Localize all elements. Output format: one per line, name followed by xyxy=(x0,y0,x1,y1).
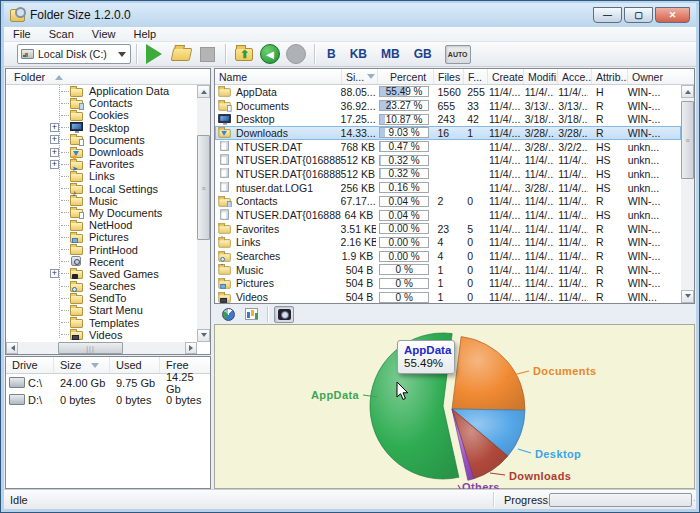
copy-chart-button[interactable] xyxy=(274,306,294,323)
menu-item[interactable]: File xyxy=(4,28,40,40)
tree-item[interactable]: Pictures xyxy=(6,231,197,243)
folder-up-button[interactable] xyxy=(231,43,257,65)
file-row[interactable]: Links 2.16 KB 0.00 % 4 0 11/4/... 11/4/.… xyxy=(215,236,681,250)
unit-button[interactable]: KB xyxy=(343,47,374,61)
tree-item[interactable]: Application Data xyxy=(6,85,197,97)
tree-item[interactable]: Desktop xyxy=(6,122,197,134)
drive-row[interactable]: C:\ 24.00 Gb 9.75 Gb 14.25 Gb xyxy=(6,374,210,391)
scroll-down-button[interactable] xyxy=(197,329,210,342)
tree-item[interactable]: Links xyxy=(6,170,197,182)
auto-unit-button[interactable]: AUTO xyxy=(445,45,471,64)
expand-toggle[interactable] xyxy=(50,160,59,169)
percent-column-header[interactable]: Percent xyxy=(378,69,434,84)
expand-toggle[interactable] xyxy=(50,135,59,144)
tree-item[interactable]: Local Settings xyxy=(6,183,197,195)
bar-chart-button[interactable] xyxy=(241,306,261,323)
scroll-down-button[interactable] xyxy=(681,290,694,303)
drive-column-header[interactable]: Drive xyxy=(6,357,54,373)
file-row[interactable]: Videos 504 B 0 % 1 0 11/4/... 11/4/... 1… xyxy=(215,290,681,303)
scroll-right-button[interactable] xyxy=(185,342,197,354)
file-row[interactable]: Pictures 504 B 0 % 1 0 11/4/... 11/4/...… xyxy=(215,277,681,291)
file-row[interactable]: Favorites 3.51 KB 0.00 % 23 5 11/4/... 1… xyxy=(215,222,681,236)
open-folder-button[interactable] xyxy=(168,43,194,65)
file-row[interactable]: NTUSER.DAT{016888bd-... 512 KB 0.32 % 11… xyxy=(215,153,681,167)
tree-item[interactable]: Downloads xyxy=(6,146,197,158)
tree-item[interactable]: SendTo xyxy=(6,292,197,304)
menu-item[interactable]: Scan xyxy=(40,28,83,40)
drive-row[interactable]: D:\ 0 bytes 0 bytes 0 bytes xyxy=(6,391,210,408)
file-row[interactable]: AppData 88.05... 55.49 % 1560 255 11/4/.… xyxy=(215,85,681,99)
menu-item[interactable]: View xyxy=(83,28,125,40)
tree-item[interactable]: NetHood xyxy=(6,219,197,231)
folder-column-header[interactable]: Folder xyxy=(6,69,210,85)
tree-item[interactable]: Favorites xyxy=(6,158,197,170)
size-column-header[interactable]: Size xyxy=(54,357,110,373)
tree-item[interactable]: Recent xyxy=(6,256,197,268)
created-column-header[interactable]: Created xyxy=(488,69,524,84)
file-row[interactable]: NTUSER.DAT{016888bd-... 64 KB 0.04 % 11/… xyxy=(215,208,681,222)
tree-item-icon xyxy=(70,110,85,121)
tree-item[interactable]: Contacts xyxy=(6,97,197,109)
forward-button[interactable] xyxy=(283,43,309,65)
tree-item[interactable]: Cookies xyxy=(6,109,197,121)
name-column-header[interactable]: Name xyxy=(215,69,342,84)
expand-toggle[interactable] xyxy=(50,123,59,132)
tree-item[interactable]: Start Menu xyxy=(6,304,197,316)
grip-icon: ||| xyxy=(86,347,94,350)
file-row[interactable]: Music 504 B 0 % 1 0 11/4/... 11/4/... 11… xyxy=(215,263,681,277)
tree-hscrollbar[interactable]: ||| xyxy=(6,342,197,354)
tree-vscrollbar[interactable]: ≡ xyxy=(197,85,210,342)
modified-column-header[interactable]: Modifi... xyxy=(524,69,558,84)
tree-item[interactable]: Videos xyxy=(6,329,197,341)
minimize-button[interactable]: — xyxy=(593,7,622,23)
file-row[interactable]: NTUSER.DAT{016888bd-... 512 KB 0.32 % 11… xyxy=(215,167,681,181)
list-vscroll-thumb[interactable]: ≡ xyxy=(681,101,694,179)
stop-button[interactable] xyxy=(194,43,220,65)
unit-button[interactable]: MB xyxy=(374,47,407,61)
tree-item[interactable]: Music xyxy=(6,195,197,207)
folders-column-header[interactable]: F... xyxy=(464,69,488,84)
tree-vscroll-thumb[interactable]: ≡ xyxy=(197,135,210,240)
tree-item[interactable]: Saved Games xyxy=(6,268,197,280)
pie-chart[interactable]: DocumentsDesktopDownloadsOthersAppData xyxy=(215,325,699,491)
drive-selector[interactable]: Local Disk (C:) xyxy=(17,44,131,64)
tree-item[interactable]: Documents xyxy=(6,134,197,146)
accessed-column-header[interactable]: Acce... xyxy=(558,69,592,84)
scroll-up-button[interactable] xyxy=(681,85,694,98)
list-vscrollbar[interactable]: ≡ xyxy=(681,85,694,303)
file-row[interactable]: Downloads 14.33... 9.03 % 16 1 11/4/... … xyxy=(215,126,681,140)
expand-toggle[interactable] xyxy=(50,148,59,157)
owner-value: WIN... xyxy=(624,291,681,303)
scroll-left-button[interactable] xyxy=(6,342,18,354)
close-button[interactable]: ✕ xyxy=(655,7,690,23)
owner-column-header[interactable]: Owner xyxy=(628,69,686,84)
maximize-button[interactable]: ▢ xyxy=(624,7,653,23)
tree-item[interactable]: Templates xyxy=(6,317,197,329)
used-column-header[interactable]: Used xyxy=(110,357,160,373)
pie-slice-documents[interactable] xyxy=(452,337,525,411)
scan-button[interactable] xyxy=(142,43,168,65)
title-bar[interactable]: Folder Size 1.2.0.0 — ▢ ✕ xyxy=(4,3,696,27)
tree-hscroll-thumb[interactable]: ||| xyxy=(58,342,123,354)
back-button[interactable]: ◄ xyxy=(257,43,283,65)
pie-chart-button[interactable] xyxy=(218,306,238,323)
size-column-header[interactable]: Si... xyxy=(342,69,378,84)
tree-item[interactable]: Searches xyxy=(6,280,197,292)
file-row[interactable]: Searches 1.9 KB 0.00 % 4 0 11/4/... 11/4… xyxy=(215,249,681,263)
file-row-icon xyxy=(218,278,232,288)
file-row[interactable]: Documents 36.92... 23.27 % 655 33 11/4/.… xyxy=(215,99,681,113)
unit-button[interactable]: GB xyxy=(407,47,439,61)
unit-button[interactable]: B xyxy=(320,47,343,61)
resize-grip-icon[interactable]: ⋰ xyxy=(687,499,695,508)
file-row[interactable]: Desktop 17.25... 10.87 % 243 42 11/4/...… xyxy=(215,112,681,126)
expand-toggle[interactable] xyxy=(50,269,59,278)
file-row[interactable]: Contacts 67.17... 0.04 % 2 0 11/4/... 11… xyxy=(215,195,681,209)
menu-item[interactable]: Help xyxy=(124,28,165,40)
tree-item[interactable]: My Documents xyxy=(6,207,197,219)
attributes-column-header[interactable]: Attrib... xyxy=(592,69,628,84)
file-row[interactable]: NTUSER.DAT 768 KB 0.47 % 11/4/... 3/28/.… xyxy=(215,140,681,154)
scroll-up-button[interactable] xyxy=(197,85,210,98)
file-row[interactable]: ntuser.dat.LOG1 256 KB 0.16 % 11/4/... 3… xyxy=(215,181,681,195)
tree-item[interactable]: PrintHood xyxy=(6,243,197,255)
files-column-header[interactable]: Files xyxy=(434,69,464,84)
